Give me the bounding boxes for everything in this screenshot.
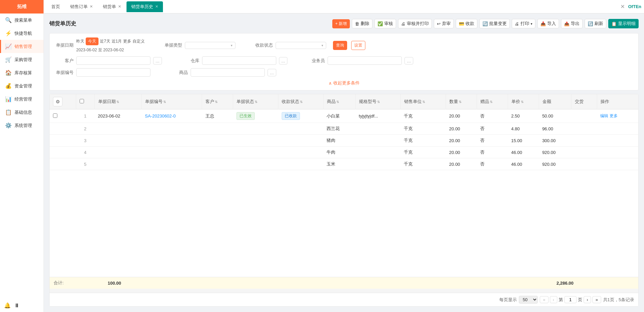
cell-date [94,135,142,147]
print-button[interactable]: 🖨 打印 ▾ [512,19,535,28]
cell-row-num: 2 [76,123,94,135]
import-button[interactable]: 📥 导入 [537,19,559,28]
goods-sort-icon[interactable]: ⇅ [336,100,339,104]
last-page-button[interactable]: » [592,296,601,303]
next-page-button[interactable]: › [584,296,591,303]
cell-settings [50,158,76,170]
table-settings-icon[interactable]: ⚙ [53,97,62,106]
tab-sales-delivery-label: 销货单 [103,4,116,10]
sidebar-item-label: 系统管理 [15,123,32,129]
sidebar-item-search-menu[interactable]: 🔍 搜索菜单 [0,14,44,27]
doc-status-sort-icon[interactable]: ⇅ [255,100,257,104]
customer-sort-icon[interactable]: ⇅ [215,100,218,104]
cell-action [597,123,638,135]
abandon-button[interactable]: ↩ 弃审 [434,19,454,28]
query-button[interactable]: 查询 [333,41,347,50]
cell-qty: 20.00 [446,135,477,147]
settings-filter-button[interactable]: 设置 [351,41,365,50]
doc-no-input[interactable] [76,68,150,77]
tab-close-sales-delivery[interactable]: ✕ [118,4,121,9]
qty-sort-icon[interactable]: ⇅ [459,100,461,104]
audit-button[interactable]: ✅ 审核 [374,19,396,28]
sidebar-item-finance[interactable]: 💰 资金管理 [0,79,44,93]
sidebar-item-purchase-mgmt[interactable]: 🛒 采购管理 [0,53,44,66]
col-trade: 交货 [571,94,597,109]
batch-change-button[interactable]: 🔄 批量变更 [479,19,510,28]
cell-spec [356,158,401,170]
warehouse-input[interactable] [202,56,276,65]
audit-print-button[interactable]: 🖨 审核并打印 [398,19,432,28]
delete-button[interactable]: 🗑 删除 [352,19,372,28]
doc-type-select[interactable]: ▾ [185,42,235,49]
cell-unit: 千克 [400,109,446,123]
sidebar-item-sales-mgmt[interactable]: 📈 销售管理 [0,40,44,53]
tab-close-all[interactable]: ✕ [619,2,626,11]
pay-status-sort-icon[interactable]: ⇅ [300,100,303,104]
warehouse-ellipsis[interactable]: ... [279,57,288,64]
horizontal-scrollbar[interactable] [50,289,638,293]
no-sort-icon[interactable]: ⇅ [163,100,166,104]
salesman-label: 业务员 [306,58,325,64]
page-size-select[interactable]: 50 10 20 100 [519,296,538,304]
sidebar-item-quick-nav[interactable]: ⚡ 快捷导航 [0,27,44,40]
show-detail-button[interactable]: 📋 显示明细 [608,19,639,28]
sidebar-item-ops-mgmt[interactable]: 📊 经营管理 [0,93,44,106]
table-row: 5玉米千克20.00否46.00920.00 [50,158,638,170]
export-icon: 📤 [564,21,569,26]
doc-no-link[interactable]: SA-20230602-0 [145,113,176,119]
goods-ellipsis[interactable]: ... [268,69,276,76]
notification-icon[interactable]: 🔔 [4,302,11,309]
col-settings[interactable]: ⚙ [50,94,76,109]
customer-ellipsis[interactable]: ... [153,57,162,64]
filter-row-1: 单据日期 昨天 今天 近7天 近1月 更多 自定义 2023-06-02 至 2… [55,37,633,53]
date-more[interactable]: 更多 [123,38,131,44]
customer-input[interactable] [76,56,150,65]
col-pay-status: 收款状态⇅ [278,94,324,109]
tab-sales-delivery[interactable]: 销货单 ✕ [98,1,126,12]
tab-sales-history[interactable]: 销货单历史 ✕ [127,1,163,12]
collapse-button[interactable]: ∧ 收起更多条件 [55,80,633,86]
tab-close-sales-order[interactable]: ✕ [90,4,93,9]
new-button[interactable]: + 新增 [332,19,350,28]
row-checkbox[interactable] [53,113,57,118]
col-doc-status: 单据状态⇅ [233,94,278,109]
col-qty: 数量⇅ [446,94,477,109]
page-header: 销货单历史 + 新增 🗑 删除 ✅ 审核 🖨 审核并打印 ↩ 弃审 [49,19,639,28]
content-area: 销货单历史 + 新增 🗑 删除 ✅ 审核 🖨 审核并打印 ↩ 弃审 [44,14,644,312]
page-number-input[interactable] [564,296,577,303]
select-all-checkbox[interactable] [80,99,84,103]
export-button[interactable]: 📤 导出 [561,19,583,28]
payment-status-select[interactable]: ▾ [276,42,326,49]
refresh-button[interactable]: 🔃 刷新 [585,19,606,28]
tab-sales-order[interactable]: 销售订单 ✕ [65,1,97,12]
sidebar-item-inventory[interactable]: 🏠 库存核算 [0,66,44,79]
collect-button[interactable]: 💳 收款 [456,19,477,28]
date-custom[interactable]: 自定义 [133,38,145,44]
pause-icon[interactable]: ⏸ [14,303,20,309]
first-page-button[interactable]: « [540,296,548,303]
cell-goods: 小白菜 [323,109,355,123]
date-sort-icon[interactable]: ⇅ [116,100,119,104]
tab-home[interactable]: 首页 [47,1,65,12]
prev-page-button[interactable]: ‹ [550,296,557,303]
sidebar-item-base-info[interactable]: 📋 基础信息 [0,106,44,119]
edit-action-button[interactable]: 编辑 [600,113,608,118]
unit-sort-icon[interactable]: ⇅ [422,100,425,104]
date-yesterday[interactable]: 昨天 [76,38,84,44]
sidebar-item-sys-mgmt[interactable]: ⚙️ 系统管理 [0,119,44,132]
total-qty: 100.00 [81,281,148,286]
price-sort-icon[interactable]: ⇅ [521,100,524,104]
tab-close-sales-history[interactable]: ✕ [155,4,158,9]
salesman-ellipsis[interactable]: ... [404,57,413,64]
cell-customer [202,158,233,170]
col-doc-status-label: 单据状态 [236,99,254,104]
date-7days[interactable]: 近7天 [100,38,110,44]
goods-input[interactable] [191,68,265,77]
spec-sort-icon[interactable]: ⇅ [377,100,380,104]
gift-sort-icon[interactable]: ⇅ [490,100,493,104]
salesman-input[interactable] [328,56,402,65]
cell-trade [571,158,597,170]
date-1month[interactable]: 近1月 [112,38,122,44]
more-action-button[interactable]: 更多 [610,113,618,118]
date-today[interactable]: 今天 [86,37,99,45]
